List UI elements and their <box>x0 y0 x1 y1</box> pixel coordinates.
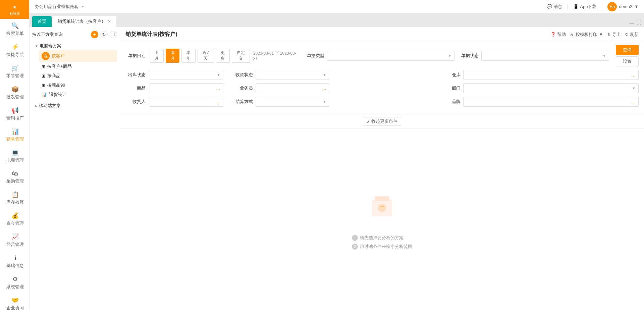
sales-icon: 📊 <box>11 128 19 135</box>
sidebar-item-operations[interactable]: 📈 经营管理 <box>0 230 29 251</box>
sidebar-item-system[interactable]: ⚙ 系统管理 <box>0 272 29 293</box>
finance-icon: 💰 <box>11 212 19 219</box>
print-dropdown-icon[interactable]: ▼ <box>599 32 603 37</box>
hint-num-1: 1 <box>352 235 358 241</box>
consignee-dots: … <box>216 99 220 104</box>
tab-home[interactable]: 首页 <box>32 16 52 27</box>
custom-date-button[interactable]: 自定义 <box>232 49 250 63</box>
by-goods-99-icon: ⊞ <box>42 83 45 88</box>
outstock-label: 出库状态 <box>125 72 146 78</box>
user-dropdown-icon: ▼ <box>634 4 639 9</box>
home-tab-label: 首页 <box>38 18 46 24</box>
sidebar-item-finance[interactable]: 💰 资金管理 <box>0 209 29 230</box>
print-button[interactable]: 🖨 按模板打印 ▼ <box>570 32 603 38</box>
mobile-group-node[interactable]: ▶ 移动端方案 <box>32 101 117 110</box>
export-button[interactable]: ⬇ 导出 <box>607 32 621 38</box>
svg-point-4 <box>378 204 386 212</box>
by-customer-label: 按客户 <box>52 53 65 59</box>
last7-button[interactable]: 近7天 <box>198 49 214 63</box>
collapse-left-button[interactable]: 《 <box>110 31 117 38</box>
desktop-group-node[interactable]: ▼ 电脑端方案 <box>32 42 117 50</box>
query-button[interactable]: 查询 <box>616 45 639 55</box>
collapse-conditions-button[interactable]: ∧ 收起更多条件 <box>363 117 401 126</box>
sidebar-item-enterprise[interactable]: 🤝 企业协同 <box>0 293 29 310</box>
collapse-bar: ∧ 收起更多条件 <box>120 114 644 129</box>
scheme-by-customer-goods[interactable]: ⊞ 按客户+商品 <box>39 62 117 71</box>
logo-text: 标账版 <box>10 11 20 16</box>
outstock-select[interactable]: ▼ <box>150 70 223 80</box>
svg-text:畅: 畅 <box>13 6 16 9</box>
refresh-button[interactable]: ↻ 刷新 <box>625 32 639 38</box>
department-select[interactable]: ▼ <box>463 83 639 93</box>
warehouse-col: 仓库 … <box>440 70 639 80</box>
tabs-bar: 首页 销货单统计表（按客户） ✕ — ⛶ <box>30 13 644 27</box>
single-date-label: 单据日期 <box>125 53 146 59</box>
sidebar-item-quick-nav[interactable]: ⚡ 快捷导航 <box>0 40 29 61</box>
receipt-chevron: ▼ <box>323 73 326 77</box>
sidebar-item-marketing[interactable]: 📢 营销推广 <box>0 103 29 124</box>
last-month-button[interactable]: 上月 <box>150 49 164 63</box>
doc-type-select[interactable]: ▼ <box>327 51 455 61</box>
sidebar-item-sales[interactable]: 📊 销售管理 <box>0 124 29 146</box>
brand-input[interactable]: … <box>463 97 639 107</box>
scheme-by-customer[interactable]: 客 按客户 <box>39 50 117 62</box>
sidebar-item-purchase[interactable]: 🛍 采购管理 <box>0 167 29 188</box>
sidebar-item-search-menu[interactable]: 🔍 搜索菜单 <box>0 19 29 40</box>
by-goods-label: 按商品 <box>47 73 60 79</box>
dropdown-arrow[interactable]: ▼ <box>81 5 85 8</box>
salesperson-col: 业务员 … <box>233 83 431 93</box>
this-month-button[interactable]: 本月 <box>166 49 180 63</box>
by-goods-99-label: 按商品99 <box>47 82 65 88</box>
print-icon: 🖨 <box>570 32 574 37</box>
doc-status-select[interactable]: ▼ <box>481 51 609 61</box>
doc-status-label: 单据状态 <box>459 53 479 59</box>
warehouse-input[interactable]: … <box>463 70 639 80</box>
scheme-by-goods-99[interactable]: ⊞ 按商品99 <box>39 81 117 90</box>
left-panel-actions: + ↻ 《 <box>91 31 117 38</box>
salesperson-label: 业务员 <box>233 85 253 91</box>
more-date-button[interactable]: 更多 <box>216 49 230 63</box>
main-wrapper: 办公用品行业模拟账套 ▼ 💬 消息 📱 App下载 Ea demo2 ▼ <box>30 0 644 310</box>
purchase-icon: 🛍 <box>12 170 18 177</box>
payment-select[interactable]: ▼ <box>256 97 329 107</box>
user-area[interactable]: Ea demo2 ▼ <box>607 2 639 11</box>
avatar: Ea <box>607 2 617 11</box>
svg-point-6 <box>383 205 384 207</box>
sidebar-item-wholesale[interactable]: 📦 批发管理 <box>0 82 29 103</box>
receipt-select[interactable]: ▼ <box>256 70 329 80</box>
by-customer-goods-icon: ⊞ <box>42 64 45 69</box>
sidebar-item-retail[interactable]: 🛒 零售管理 <box>0 61 29 82</box>
goods-input[interactable]: … <box>150 83 223 93</box>
by-return-label: 退货统计 <box>49 92 66 98</box>
help-button[interactable]: ❓ 帮助 <box>550 32 566 38</box>
by-customer-icon: 客 <box>42 52 50 60</box>
window-minimize-button[interactable]: — <box>629 20 634 25</box>
sidebar-item-basic[interactable]: ℹ 基础信息 <box>0 251 29 272</box>
brand-dots: … <box>631 99 636 104</box>
operations-icon: 📈 <box>11 233 19 241</box>
window-maximize-button[interactable]: ⛶ <box>637 20 641 25</box>
settings-button[interactable]: 设置 <box>616 56 639 66</box>
consignee-label: 收货人 <box>125 99 146 105</box>
consignee-input[interactable]: … <box>150 97 223 107</box>
message-button[interactable]: 💬 消息 <box>547 4 562 10</box>
app-download-button[interactable]: 📱 App下载 <box>573 4 596 10</box>
refresh-scheme-button[interactable]: ↻ <box>100 31 108 38</box>
warehouse-label: 仓库 <box>440 72 461 78</box>
payment-chevron: ▼ <box>323 100 326 104</box>
empty-hint-2: 2 用过滤条件来缩小分析范围 <box>352 244 412 250</box>
tab-sales-stat[interactable]: 销货单统计表（按客户） ✕ <box>52 16 116 27</box>
sidebar-item-ecommerce[interactable]: 💻 电商管理 <box>0 146 29 167</box>
add-scheme-button[interactable]: + <box>91 31 98 38</box>
mobile-group-arrow: ▶ <box>35 104 38 108</box>
department-label: 部门 <box>440 85 461 91</box>
outstock-chevron: ▼ <box>217 73 220 77</box>
department-col: 部门 ▼ <box>440 83 639 93</box>
salesperson-input[interactable]: … <box>256 83 329 93</box>
sidebar-item-inventory[interactable]: 📋 库存核算 <box>0 188 29 209</box>
this-year-button[interactable]: 本年 <box>181 49 196 63</box>
page-title: 销货单统计表(按客户) <box>125 31 177 38</box>
scheme-by-return[interactable]: 📊 退货统计 <box>39 90 117 99</box>
tab-close-button[interactable]: ✕ <box>108 19 111 24</box>
scheme-by-goods[interactable]: ⊞ 按商品 <box>39 71 117 81</box>
